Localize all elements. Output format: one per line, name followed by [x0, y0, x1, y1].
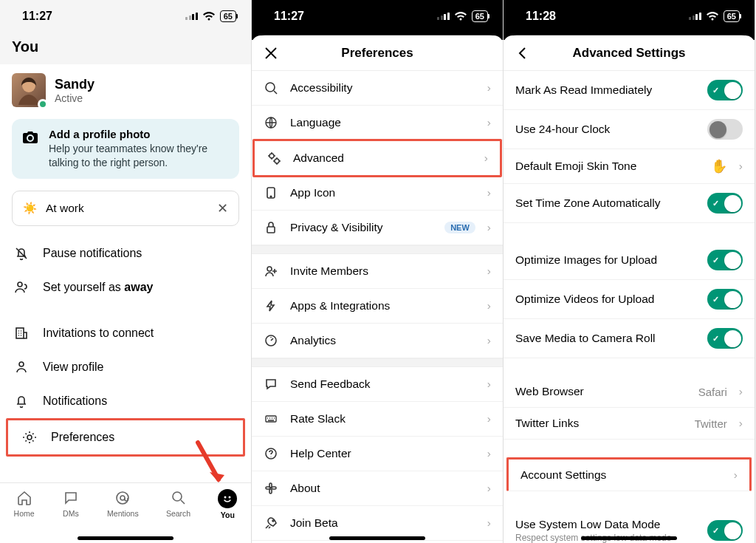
chevron-right-icon: › — [487, 81, 491, 95]
clock24-row[interactable]: Use 24-hour Clock — [504, 110, 755, 149]
tab-home[interactable]: Home — [14, 489, 35, 518]
toggle-switch[interactable]: ✓ — [707, 250, 743, 270]
apps-integrations-row[interactable]: Apps & Integrations › — [252, 289, 503, 324]
twitter-links-row[interactable]: Twitter Links Twitter › — [504, 408, 755, 440]
rate-slack-row[interactable]: Rate Slack › — [252, 402, 503, 437]
toggle-switch[interactable] — [707, 119, 743, 140]
invite-members-row[interactable]: Invite Members › — [252, 254, 503, 289]
svg-point-6 — [120, 496, 125, 500]
phone-you-screen: 11:27 65 You Sandy Active Ad — [0, 0, 252, 543]
toggle-switch[interactable]: ✓ — [707, 289, 743, 310]
privacy-row[interactable]: Privacy & Visibility NEW › — [252, 211, 503, 245]
chevron-right-icon: › — [487, 221, 491, 234]
page-title: You — [12, 38, 239, 55]
slack-icon — [264, 481, 278, 496]
optimize-videos-row[interactable]: Optimize Videos for Upload ✓ — [504, 280, 755, 319]
svg-rect-19 — [266, 416, 276, 422]
row-label: Set yourself as away — [43, 281, 153, 294]
svg-point-13 — [275, 159, 279, 163]
add-photo-banner[interactable]: Add a profile photo Help your teammates … — [12, 119, 239, 179]
svg-point-10 — [266, 83, 275, 92]
toggle-switch[interactable]: ✓ — [707, 193, 743, 214]
toggle-switch[interactable]: ✓ — [707, 80, 743, 100]
wifi-icon — [202, 11, 216, 21]
save-media-row[interactable]: Save Media to Camera Roll ✓ — [504, 319, 755, 358]
battery-icon: 65 — [724, 10, 740, 22]
preferences-row[interactable]: Preferences — [6, 418, 245, 457]
status-indicators: 65 — [185, 10, 236, 22]
gear-icon — [21, 429, 38, 445]
status-indicators: 65 — [689, 10, 740, 22]
close-icon[interactable] — [262, 44, 280, 62]
chevron-right-icon: › — [487, 516, 491, 530]
svg-point-4 — [27, 435, 32, 440]
tab-dms[interactable]: DMs — [62, 489, 80, 518]
home-indicator — [581, 536, 677, 540]
timezone-auto-row[interactable]: Set Time Zone Automatically ✓ — [504, 184, 755, 223]
accessibility-row[interactable]: Accessibility › — [252, 71, 503, 106]
bell-icon — [13, 393, 30, 409]
chevron-right-icon: › — [487, 447, 491, 460]
notifications-row[interactable]: Notifications — [0, 384, 251, 418]
svg-point-15 — [270, 196, 272, 197]
account-settings-row[interactable]: Account Settings › — [506, 457, 752, 491]
building-icon — [13, 325, 30, 341]
app-icon-icon — [264, 185, 278, 200]
advanced-row[interactable]: Advanced › — [252, 139, 502, 177]
toggle-switch[interactable]: ✓ — [707, 328, 743, 349]
svg-rect-2 — [16, 328, 24, 338]
tab-mentions[interactable]: Mentions — [107, 489, 139, 518]
invitations-row[interactable]: Invitations to connect — [0, 316, 251, 350]
wifi-icon — [706, 11, 719, 21]
optimize-images-row[interactable]: Optimize Images for Upload ✓ — [504, 241, 755, 280]
clear-status-icon[interactable]: ✕ — [217, 200, 228, 216]
tab-search[interactable]: Search — [166, 489, 190, 518]
row-label: Invitations to connect — [43, 327, 154, 340]
chevron-right-icon: › — [484, 151, 488, 165]
web-browser-row[interactable]: Web Browser Safari › — [504, 376, 755, 408]
presence-dot — [38, 99, 48, 109]
row-label: Preferences — [51, 431, 114, 444]
profile-status: Active — [55, 92, 94, 104]
gauge-icon — [264, 333, 278, 348]
analytics-row[interactable]: Analytics › — [252, 324, 503, 358]
pause-notifications-row[interactable]: Pause notifications — [0, 236, 251, 270]
about-row[interactable]: About › — [252, 471, 503, 506]
join-beta-row[interactable]: Join Beta › — [252, 506, 503, 541]
toggle-switch[interactable]: ✓ — [707, 520, 743, 541]
you-header: You — [0, 33, 251, 64]
profile-icon — [13, 359, 30, 375]
lock-icon — [264, 220, 278, 235]
sheet-header: Advanced Settings — [504, 35, 755, 71]
row-label: Pause notifications — [43, 247, 142, 260]
svg-rect-22 — [269, 489, 272, 494]
wifi-icon — [454, 11, 467, 21]
help-center-row[interactable]: Help Center › — [252, 437, 503, 471]
view-profile-row[interactable]: View profile — [0, 350, 251, 384]
status-text: At work — [46, 202, 84, 215]
language-row[interactable]: Language › — [252, 106, 503, 140]
svg-point-25 — [272, 520, 274, 522]
status-bar: 11:27 65 — [0, 0, 251, 33]
profile-summary[interactable]: Sandy Active — [0, 64, 251, 113]
you-icon — [218, 489, 237, 508]
emoji-tone-row[interactable]: Default Emoji Skin Tone ✋ › — [504, 149, 755, 184]
set-away-row[interactable]: Set yourself as away — [0, 270, 251, 304]
status-field[interactable]: ☀️ At work ✕ — [12, 191, 239, 226]
home-indicator — [78, 536, 173, 540]
home-indicator — [329, 536, 425, 540]
status-time: 11:27 — [22, 10, 52, 23]
mark-read-row[interactable]: Mark As Read Immediately ✓ — [504, 71, 755, 110]
advanced-settings-list: Mark As Read Immediately ✓ Use 24-hour C… — [504, 71, 755, 543]
chevron-right-icon: › — [487, 334, 491, 347]
camera-icon — [22, 129, 38, 146]
app-icon-row[interactable]: App Icon › — [252, 176, 503, 211]
tab-you[interactable]: You — [218, 489, 237, 519]
svg-point-12 — [269, 154, 274, 158]
chevron-right-icon: › — [487, 412, 491, 426]
back-icon[interactable] — [514, 44, 532, 62]
globe-icon — [264, 115, 278, 130]
svg-point-17 — [267, 267, 272, 271]
send-feedback-row[interactable]: Send Feedback › — [252, 367, 503, 402]
tab-bar: Home DMs Mentions Search You — [0, 482, 251, 543]
